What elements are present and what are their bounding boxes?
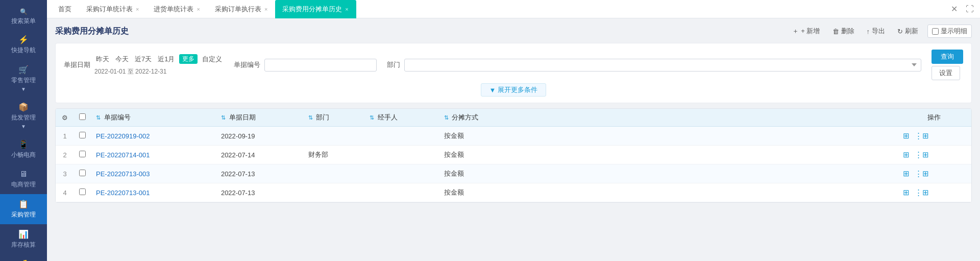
sidebar-item-wholesale[interactable]: 📦 批发管理 ▼ <box>0 97 47 134</box>
row-doc-no[interactable]: PE-20220919-002 <box>91 127 216 146</box>
sidebar-item-search[interactable]: 🔍 搜索菜单 <box>0 4 47 30</box>
tab-stock-stats[interactable]: 进货单统计表 × <box>146 0 207 18</box>
delete-button[interactable]: 🗑 删除 <box>829 26 857 37</box>
th-dept-label: 部门 <box>316 113 329 121</box>
shortcut-7days[interactable]: 近7天 <box>133 54 153 64</box>
gear-icon[interactable]: ⚙ <box>62 114 68 122</box>
row-doc-date: 2022-09-19 <box>216 127 303 146</box>
sidebar-label-mobile: 小畅电商 <box>11 151 36 159</box>
row-handler <box>364 146 439 164</box>
more-icon[interactable]: ⋮⊞ <box>914 187 930 198</box>
search-panel: 单据日期 昨天 今天 近7天 近1月 更多 自定义 2022-01-01 至 2… <box>55 43 972 103</box>
row-checkbox[interactable] <box>79 132 86 138</box>
tab-close-purchase-order-stats[interactable]: × <box>136 0 139 18</box>
show-cols-button[interactable]: 显示明细 <box>927 25 972 38</box>
tab-purchase-order-stats-label: 采购订单统计表 <box>86 0 133 18</box>
th-doc-date: ⇅ 单据日期 <box>216 109 303 127</box>
row-checkbox-cell <box>74 183 91 202</box>
tab-purchase-exec[interactable]: 采购订单执行表 × <box>208 0 275 18</box>
sidebar-item-inventory[interactable]: 📊 库存核算 <box>0 224 47 254</box>
tab-purchase-exec-label: 采购订单执行表 <box>215 0 261 18</box>
th-ops-label: 操作 <box>927 113 941 121</box>
expand-conditions-button[interactable]: ▼ 展开更多条件 <box>481 83 547 97</box>
wholesale-icon: 📦 <box>18 102 29 112</box>
shortcut-today[interactable]: 今天 <box>114 54 130 64</box>
row-split-method: 按金额 <box>439 164 897 183</box>
more-icon[interactable]: ⋮⊞ <box>914 130 930 141</box>
table-row: 2 PE-20220714-001 2022-07-14 财务部 按金额 ⊞ ⋮… <box>56 146 971 164</box>
row-doc-no[interactable]: PE-20220714-001 <box>91 146 216 164</box>
tab-close-purchase-exec[interactable]: × <box>264 0 267 18</box>
add-label: + 新增 <box>801 27 820 36</box>
row-doc-no[interactable]: PE-20220713-001 <box>91 183 216 202</box>
shortcut-1month[interactable]: 近1月 <box>156 54 176 64</box>
dept-select[interactable] <box>404 59 921 72</box>
tab-purchase-order-stats[interactable]: 采购订单统计表 × <box>79 0 146 18</box>
table-row: 1 PE-20220919-002 2022-09-19 按金额 ⊞ ⋮⊞ <box>56 127 971 146</box>
show-cols-label: 显示明细 <box>941 27 967 36</box>
data-table: ⚙ ⇅ 单据编号 ⇅ 单据日期 <box>56 109 971 202</box>
doc-no-input[interactable] <box>264 59 377 72</box>
tab-close-all-button[interactable]: ✕ <box>949 3 960 15</box>
sidebar-item-finance[interactable]: 💰 资金管理 <box>0 254 47 261</box>
shortcut-custom[interactable]: 自定义 <box>201 54 224 64</box>
select-all-checkbox[interactable] <box>79 113 86 120</box>
sidebar-item-mobile[interactable]: 📱 小畅电商 <box>0 134 47 164</box>
show-cols-checkbox[interactable] <box>932 28 939 35</box>
sidebar-item-retail[interactable]: 🛒 零售管理 ▼ <box>0 60 47 97</box>
view-icon[interactable]: ⊞ <box>902 187 911 198</box>
sidebar-label-purchase: 采购管理 <box>11 210 36 219</box>
shortcut-yesterday[interactable]: 昨天 <box>94 54 111 64</box>
expand-row: ▼ 展开更多条件 <box>64 83 963 97</box>
row-checkbox-cell <box>74 146 91 164</box>
more-icon[interactable]: ⋮⊞ <box>914 149 930 160</box>
add-button[interactable]: ＋ + 新增 <box>789 26 823 37</box>
tab-maximize-button[interactable]: ⛶ <box>964 4 976 15</box>
table-body: 1 PE-20220919-002 2022-09-19 按金额 ⊞ ⋮⊞ 2 … <box>56 127 971 202</box>
expand-btn-label: 展开更多条件 <box>498 85 537 94</box>
sidebar-item-quick[interactable]: ⚡ 快捷导航 <box>0 30 47 60</box>
more-icon[interactable]: ⋮⊞ <box>914 168 930 179</box>
shortcut-more[interactable]: 更多 <box>179 54 198 64</box>
row-checkbox[interactable] <box>79 170 86 176</box>
row-doc-date: 2022-07-14 <box>216 146 303 164</box>
row-handler <box>364 164 439 183</box>
view-icon[interactable]: ⊞ <box>902 168 911 179</box>
purchase-icon: 📋 <box>18 199 29 209</box>
view-icon[interactable]: ⊞ <box>902 149 911 160</box>
row-checkbox[interactable] <box>79 188 86 195</box>
dept-label: 部门 <box>387 60 400 69</box>
checkbox-th <box>74 109 91 127</box>
tab-purchase-fee[interactable]: 采购费用分摊单历史 × <box>275 0 356 18</box>
dept-field: 部门 <box>387 59 921 72</box>
settings-button[interactable]: 设置 <box>932 66 960 80</box>
sidebar-item-purchase[interactable]: 📋 采购管理 <box>0 194 47 224</box>
table-row: 4 PE-20220713-001 2022-07-13 按金额 ⊞ ⋮⊞ <box>56 183 971 202</box>
tab-close-stock-stats[interactable]: × <box>197 0 200 18</box>
page-title: 采购费用分摊单历史 <box>55 26 129 37</box>
export-button[interactable]: ↑ 导出 <box>864 26 889 37</box>
export-icon: ↑ <box>867 28 870 35</box>
query-button[interactable]: 查询 <box>932 50 963 64</box>
view-icon[interactable]: ⊞ <box>902 130 911 141</box>
th-dept: ⇅ 部门 <box>303 109 364 127</box>
refresh-button[interactable]: ↻ 刷新 <box>894 26 921 37</box>
row-checkbox-cell <box>74 127 91 146</box>
row-doc-no[interactable]: PE-20220713-003 <box>91 164 216 183</box>
sort-icon-dept: ⇅ <box>308 114 313 121</box>
sidebar-item-ecommerce[interactable]: 🖥 电商管理 <box>0 164 47 194</box>
th-ops: 操作 <box>897 109 971 127</box>
sidebar-label-ecommerce: 电商管理 <box>11 180 36 189</box>
tab-home[interactable]: 首页 <box>51 0 79 18</box>
row-dept <box>303 127 364 146</box>
add-icon: ＋ <box>792 27 799 36</box>
tab-close-purchase-fee[interactable]: × <box>345 0 348 18</box>
th-doc-no: ⇅ 单据编号 <box>91 109 216 127</box>
search-icon: 🔍 <box>20 8 28 15</box>
row-doc-date: 2022-07-13 <box>216 183 303 202</box>
th-split-label: 分摊方式 <box>452 113 478 121</box>
refresh-icon: ↻ <box>897 28 903 35</box>
row-checkbox[interactable] <box>79 151 86 157</box>
row-handler <box>364 127 439 146</box>
row-ops: ⊞ ⋮⊞ <box>897 127 971 146</box>
